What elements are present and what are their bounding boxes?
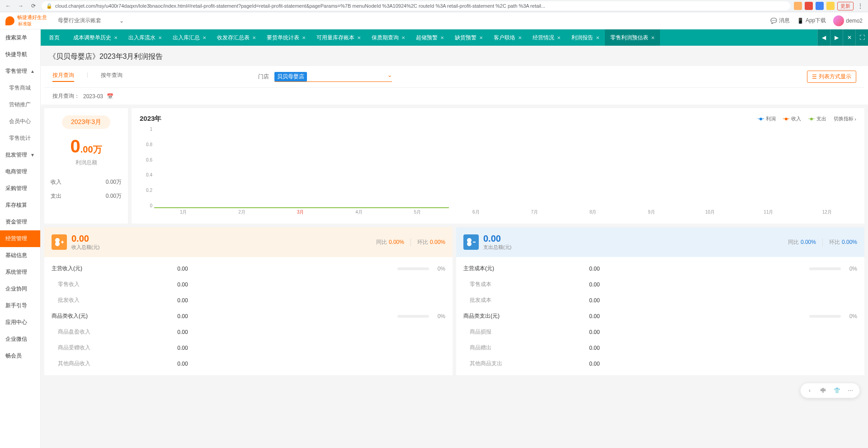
month-query-label: 按月查询： bbox=[52, 92, 80, 100]
sidebar-item[interactable]: 资金管理 bbox=[0, 214, 40, 230]
profit-total-label: 利润总额 bbox=[75, 159, 97, 167]
calendar-icon[interactable]: 📅 bbox=[107, 93, 113, 100]
float-dots-icon[interactable]: ⋯ bbox=[846, 386, 855, 395]
ext-icon-2[interactable] bbox=[805, 2, 813, 10]
tab[interactable]: 保质期查询✕ bbox=[366, 29, 410, 46]
x-tick: 1月 bbox=[154, 209, 212, 217]
svg-point-1 bbox=[55, 242, 60, 246]
sidebar-item[interactable]: 搜索菜单 bbox=[0, 29, 40, 46]
list-icon: ☰ bbox=[812, 74, 817, 80]
close-icon[interactable]: ✕ bbox=[357, 35, 361, 40]
tab[interactable]: 缺货预警✕ bbox=[449, 29, 488, 46]
sidebar-item[interactable]: 电商管理 bbox=[0, 163, 40, 180]
close-icon[interactable]: ✕ bbox=[158, 35, 162, 40]
x-tick: 9月 bbox=[622, 209, 680, 217]
expense-yoy: 同比 0.00% bbox=[788, 238, 816, 246]
tab[interactable]: 要货单统计表✕ bbox=[261, 29, 311, 46]
nav-reload-icon[interactable]: ⟳ bbox=[29, 1, 38, 10]
nav-back-icon[interactable]: ← bbox=[4, 1, 13, 10]
chart-body: 10.80.60.40.20 1月2月3月4月5月6月7月8月9月10月11月1… bbox=[140, 127, 856, 217]
close-icon[interactable]: ✕ bbox=[302, 35, 306, 40]
sidebar-item[interactable]: 零售商城 bbox=[0, 80, 40, 96]
main: 首页成本调整单历史✕出入库流水✕出入库汇总✕收发存汇总表✕要货单统计表✕可用量库… bbox=[41, 29, 868, 448]
sidebar-item[interactable]: 新手引导 bbox=[0, 297, 40, 314]
close-icon[interactable]: ✕ bbox=[596, 35, 599, 40]
browser-update-button[interactable]: 更新 bbox=[837, 2, 854, 10]
sidebar-item[interactable]: 采购管理 bbox=[0, 180, 40, 197]
close-icon[interactable]: ✕ bbox=[252, 35, 256, 40]
filter-by-year[interactable]: 按年查询 bbox=[101, 71, 123, 82]
income-amount: 0.00 bbox=[71, 234, 99, 244]
data-row: 零售成本0.00 bbox=[463, 276, 857, 292]
tab-fullscreen[interactable]: ⛶ bbox=[855, 29, 868, 46]
close-icon[interactable]: ✕ bbox=[114, 35, 118, 40]
tab[interactable]: 超储预警✕ bbox=[410, 29, 449, 46]
store-selector[interactable]: 门店 贝贝母婴店 ⌄ bbox=[258, 72, 392, 82]
float-collapse-icon[interactable]: ‹ bbox=[805, 386, 814, 395]
data-line bbox=[154, 207, 449, 208]
tab[interactable]: 出入库流水✕ bbox=[123, 29, 167, 46]
sidebar-item[interactable]: 畅会员 bbox=[0, 348, 40, 364]
tab-strip: 首页成本调整单历史✕出入库流水✕出入库汇总✕收发存汇总表✕要货单统计表✕可用量库… bbox=[41, 29, 868, 46]
close-icon[interactable]: ✕ bbox=[518, 35, 522, 40]
sidebar-item[interactable]: 批发管理▼ bbox=[0, 147, 40, 163]
floating-toolbar: ‹ 中 👕 ⋯ bbox=[800, 383, 860, 398]
tab[interactable]: 客户联络✕ bbox=[488, 29, 527, 46]
messages-link[interactable]: 💬 消息 bbox=[770, 17, 790, 24]
data-row: 主营收入(元)0.000% bbox=[52, 261, 445, 276]
sidebar-item[interactable]: 基础信息 bbox=[0, 247, 40, 264]
tab[interactable]: 出入库汇总✕ bbox=[167, 29, 212, 46]
ext-icon-1[interactable] bbox=[794, 2, 802, 10]
tab[interactable]: 零售利润预估表✕ bbox=[605, 29, 660, 46]
float-shirt-icon[interactable]: 👕 bbox=[832, 386, 841, 395]
user-menu[interactable]: demo2 bbox=[833, 15, 863, 26]
tab[interactable]: 利润报告✕ bbox=[566, 29, 605, 46]
sidebar-item[interactable]: 经营管理 bbox=[0, 230, 40, 247]
sidebar-item[interactable]: 系统管理 bbox=[0, 264, 40, 281]
close-icon[interactable]: ✕ bbox=[440, 35, 444, 40]
tab-close-all[interactable]: ✕ bbox=[843, 29, 855, 46]
close-icon[interactable]: ✕ bbox=[401, 35, 405, 40]
legend-item[interactable]: 收入 bbox=[783, 115, 801, 122]
data-row: 商品类支出(元)0.000% bbox=[463, 308, 857, 324]
sidebar-item[interactable]: 会员中心 bbox=[0, 113, 40, 130]
ext-icon-4[interactable] bbox=[826, 2, 835, 10]
close-icon[interactable]: ✕ bbox=[479, 35, 483, 40]
url-bar[interactable]: 🔒cloud.chanjet.com/hsy/u400r74daqxn/lole… bbox=[42, 1, 790, 10]
content: 2023年3月 0.00万 利润总额 收入0.00万 支出0.00万 bbox=[41, 105, 868, 448]
legend-item[interactable]: 利润 bbox=[758, 115, 776, 122]
sidebar-item[interactable]: 零售管理▲ bbox=[0, 63, 40, 80]
data-row: 商品盘盈收入0.00 bbox=[52, 324, 445, 340]
sidebar-item[interactable]: 快捷导航 bbox=[0, 46, 40, 63]
switch-metric-button[interactable]: 切换指标› bbox=[834, 115, 856, 122]
tab[interactable]: 经营情况✕ bbox=[527, 29, 566, 46]
ext-icon-3[interactable] bbox=[816, 2, 824, 10]
sidebar-item[interactable]: 库存核算 bbox=[0, 197, 40, 214]
data-row: 批发成本0.00 bbox=[463, 292, 857, 308]
app-download-link[interactable]: 📱 App下载 bbox=[797, 17, 826, 24]
nav-forward-icon[interactable]: → bbox=[16, 1, 25, 10]
legend-item[interactable]: 支出 bbox=[808, 115, 826, 122]
sidebar-item[interactable]: 应用中心 bbox=[0, 314, 40, 331]
close-icon[interactable]: ✕ bbox=[651, 35, 655, 40]
close-icon[interactable]: ✕ bbox=[203, 35, 206, 40]
close-icon[interactable]: ✕ bbox=[557, 35, 561, 40]
x-tick: 2月 bbox=[212, 209, 271, 217]
sidebar-item[interactable]: 营销推广 bbox=[0, 96, 40, 113]
float-lang[interactable]: 中 bbox=[819, 386, 828, 395]
x-tick: 4月 bbox=[330, 209, 388, 217]
sidebar-item[interactable]: 企业微信 bbox=[0, 331, 40, 348]
tab-scroll-right[interactable]: ▶ bbox=[830, 29, 843, 46]
sidebar-item[interactable]: 企业协同 bbox=[0, 281, 40, 297]
tab[interactable]: 可用量库存账本✕ bbox=[311, 29, 366, 46]
data-row: 其他商品支出0.00 bbox=[463, 356, 857, 372]
tab[interactable]: 首页 bbox=[41, 29, 68, 46]
browser-menu-icon[interactable]: ⋮ bbox=[856, 3, 864, 9]
sidebar-item[interactable]: 零售统计 bbox=[0, 130, 40, 147]
tab[interactable]: 收发存汇总表✕ bbox=[212, 29, 261, 46]
tab[interactable]: 成本调整单历史✕ bbox=[68, 29, 123, 46]
account-selector[interactable]: 母婴行业演示账套 ⌄ bbox=[58, 17, 124, 24]
tab-scroll-left[interactable]: ◀ bbox=[817, 29, 830, 46]
list-view-button[interactable]: ☰ 列表方式显示 bbox=[807, 71, 856, 83]
filter-by-month[interactable]: 按月查询 bbox=[52, 71, 74, 82]
